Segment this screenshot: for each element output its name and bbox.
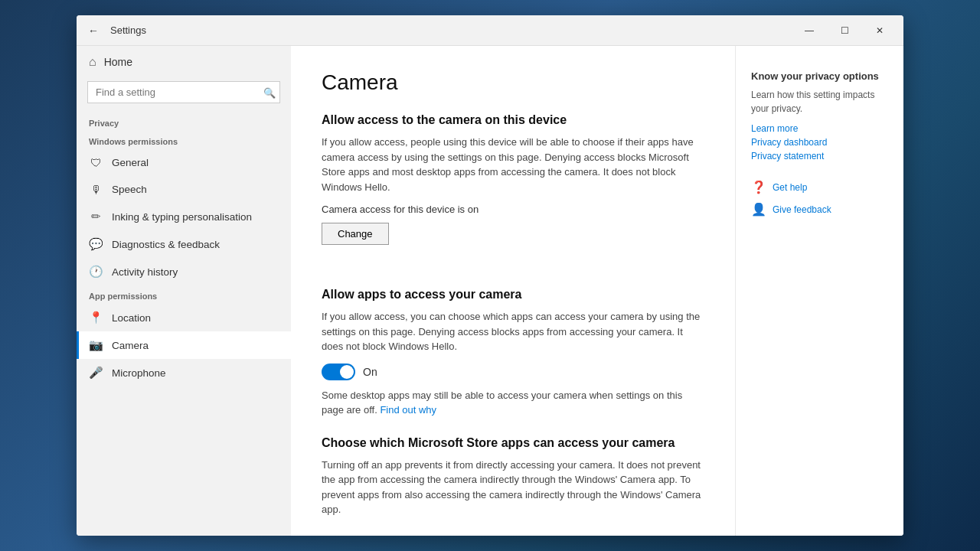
sidebar-item-general-label: General bbox=[112, 157, 149, 168]
section3-desc: Turning off an app prevents it from dire… bbox=[322, 458, 704, 517]
help-section: ❓ Get help 👤 Give feedback bbox=[751, 180, 888, 217]
settings-window: ← Settings — ☐ ✕ ⌂ Home 🔍 Privacy Window… bbox=[77, 15, 903, 536]
section-store-apps: Choose which Microsoft Store apps can ac… bbox=[322, 436, 704, 517]
general-icon: 🛡 bbox=[89, 156, 103, 169]
sidebar-item-inking[interactable]: ✏ Inking & typing personalisation bbox=[77, 203, 291, 230]
sidebar-item-location[interactable]: 📍 Location bbox=[77, 304, 291, 331]
home-label: Home bbox=[104, 56, 132, 68]
sidebar-item-microphone[interactable]: 🎤 Microphone bbox=[77, 359, 291, 386]
privacy-label: Privacy bbox=[77, 112, 291, 131]
content-area: ⌂ Home 🔍 Privacy Windows permissions 🛡 G… bbox=[77, 46, 903, 536]
search-box: 🔍 bbox=[87, 81, 280, 103]
give-feedback-item[interactable]: 👤 Give feedback bbox=[751, 202, 888, 217]
section2-heading: Allow apps to access your camera bbox=[322, 288, 704, 302]
privacy-box-title: Know your privacy options bbox=[751, 70, 888, 82]
inking-icon: ✏ bbox=[89, 210, 103, 223]
sidebar-item-diagnostics[interactable]: 💬 Diagnostics & feedback bbox=[77, 230, 291, 258]
privacy-dashboard-link[interactable]: Privacy dashboard bbox=[751, 137, 888, 148]
section-device-access: Allow access to the camera on this devic… bbox=[322, 113, 704, 269]
get-help-label: Get help bbox=[773, 182, 807, 193]
learn-more-link[interactable]: Learn more bbox=[751, 123, 888, 134]
titlebar: ← Settings — ☐ ✕ bbox=[77, 15, 903, 46]
sidebar-item-inking-label: Inking & typing personalisation bbox=[112, 211, 252, 223]
change-button[interactable]: Change bbox=[322, 223, 389, 245]
microphone-icon: 🎤 bbox=[89, 366, 103, 380]
minimize-button[interactable]: — bbox=[792, 15, 827, 46]
sidebar-item-diagnostics-label: Diagnostics & feedback bbox=[112, 239, 220, 250]
privacy-box-desc: Learn how this setting impacts your priv… bbox=[751, 88, 888, 116]
titlebar-left: ← Settings bbox=[83, 20, 146, 41]
location-icon: 📍 bbox=[89, 311, 103, 324]
give-feedback-label: Give feedback bbox=[773, 204, 831, 215]
back-button[interactable]: ← bbox=[83, 20, 104, 41]
sidebar: ⌂ Home 🔍 Privacy Windows permissions 🛡 G… bbox=[77, 46, 291, 536]
search-input[interactable] bbox=[87, 81, 280, 103]
toggle-label: On bbox=[363, 366, 377, 378]
section3-heading: Choose which Microsoft Store apps can ac… bbox=[322, 436, 704, 450]
sidebar-item-activity[interactable]: 🕐 Activity history bbox=[77, 258, 291, 285]
toggle-row: On bbox=[322, 364, 704, 380]
give-feedback-icon: 👤 bbox=[751, 202, 766, 217]
sidebar-item-speech-label: Speech bbox=[112, 184, 147, 195]
sidebar-item-microphone-label: Microphone bbox=[112, 367, 166, 379]
sidebar-item-camera-label: Camera bbox=[112, 340, 149, 351]
section1-heading: Allow access to the camera on this devic… bbox=[322, 113, 704, 127]
activity-icon: 🕐 bbox=[89, 265, 103, 279]
get-help-icon: ❓ bbox=[751, 180, 766, 194]
sidebar-home[interactable]: ⌂ Home bbox=[77, 46, 291, 78]
get-help-item[interactable]: ❓ Get help bbox=[751, 180, 888, 194]
speech-icon: 🎙 bbox=[89, 183, 103, 196]
camera-icon: 📷 bbox=[89, 338, 103, 352]
sidebar-item-speech[interactable]: 🎙 Speech bbox=[77, 176, 291, 203]
app-permissions-label: App permissions bbox=[77, 285, 291, 304]
device-access-status: Camera access for this device is on bbox=[322, 204, 704, 215]
sidebar-item-location-label: Location bbox=[112, 312, 151, 324]
maximize-button[interactable]: ☐ bbox=[827, 15, 862, 46]
section-app-access: Allow apps to access your camera If you … bbox=[322, 288, 704, 418]
find-out-link[interactable]: Find out why bbox=[380, 404, 436, 416]
sidebar-item-general[interactable]: 🛡 General bbox=[77, 149, 291, 176]
diagnostics-icon: 💬 bbox=[89, 237, 103, 251]
titlebar-title: Settings bbox=[110, 24, 146, 36]
home-icon: ⌂ bbox=[89, 55, 96, 69]
sidebar-item-activity-label: Activity history bbox=[112, 266, 178, 278]
page-title: Camera bbox=[322, 70, 704, 95]
titlebar-controls: — ☐ ✕ bbox=[792, 15, 897, 46]
camera-toggle[interactable] bbox=[322, 364, 355, 380]
main-content: Camera Allow access to the camera on thi… bbox=[291, 46, 735, 536]
windows-permissions-label: Windows permissions bbox=[77, 131, 291, 149]
privacy-statement-link[interactable]: Privacy statement bbox=[751, 151, 888, 161]
sidebar-item-camera[interactable]: 📷 Camera bbox=[77, 331, 291, 359]
close-button[interactable]: ✕ bbox=[862, 15, 897, 46]
desktop-apps-note: Some desktop apps may still be able to a… bbox=[322, 388, 704, 418]
section1-desc: If you allow access, people using this d… bbox=[322, 135, 704, 194]
section2-desc: If you allow access, you can choose whic… bbox=[322, 309, 704, 354]
search-button[interactable]: 🔍 bbox=[263, 86, 276, 98]
right-panel: Know your privacy options Learn how this… bbox=[735, 46, 903, 536]
